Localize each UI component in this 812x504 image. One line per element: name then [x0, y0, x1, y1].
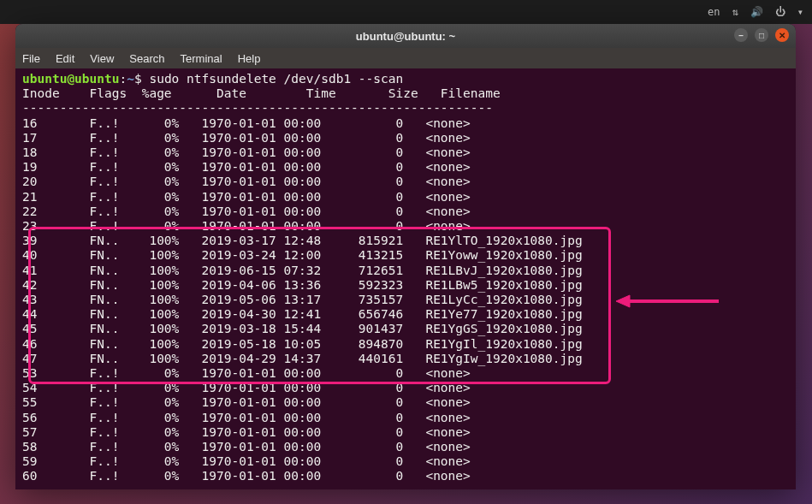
language-indicator[interactable]: en [708, 6, 720, 18]
terminal-window: ubuntu@ubuntu: ~ – □ ✕ File Edit View Se… [15, 24, 796, 489]
network-icon[interactable]: ⇅ [732, 6, 738, 18]
menu-help[interactable]: Help [238, 52, 261, 65]
menu-file[interactable]: File [22, 52, 40, 65]
minimize-button[interactable]: – [734, 28, 748, 42]
volume-icon[interactable]: 🔊 [750, 6, 763, 18]
power-icon[interactable]: ⏻ [775, 6, 785, 18]
chevron-down-icon[interactable]: ▾ [797, 6, 803, 18]
menubar: File Edit View Search Terminal Help [15, 48, 796, 68]
maximize-button[interactable]: □ [755, 28, 768, 42]
menu-view[interactable]: View [90, 52, 114, 65]
window-title: ubuntu@ubuntu: ~ [356, 30, 455, 43]
menu-search[interactable]: Search [129, 52, 164, 65]
menu-terminal[interactable]: Terminal [181, 52, 222, 65]
gnome-topbar: en ⇅ 🔊 ⏻ ▾ [0, 0, 812, 24]
menu-edit[interactable]: Edit [56, 52, 74, 65]
terminal-output[interactable]: ubuntu@ubuntu:~$ sudo ntfsundelete /dev/… [15, 68, 796, 489]
window-titlebar[interactable]: ubuntu@ubuntu: ~ – □ ✕ [15, 24, 796, 48]
close-button[interactable]: ✕ [775, 28, 789, 42]
